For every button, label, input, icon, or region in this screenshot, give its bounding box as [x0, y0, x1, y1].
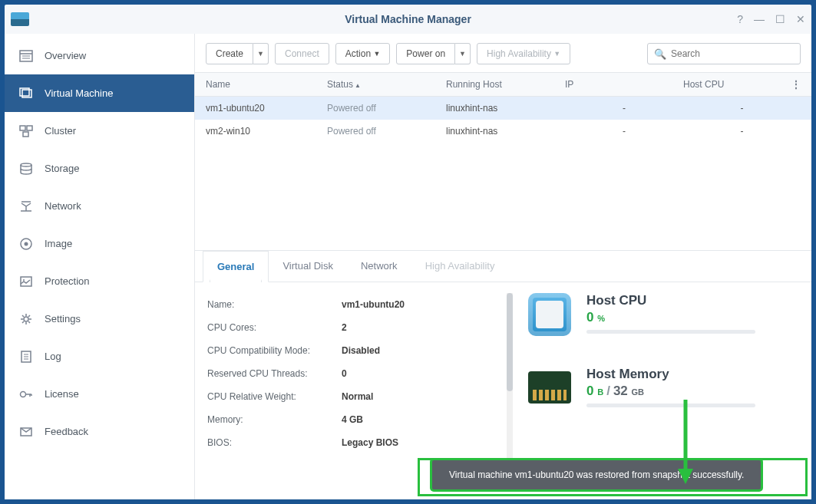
main-panel: Create ▼ Connect Action ▼ Power on ▼ Hig…	[195, 34, 811, 499]
action-button[interactable]: Action ▼	[335, 43, 391, 64]
sidebar-item-label: Network	[45, 200, 81, 212]
vm-icon	[18, 87, 34, 100]
sort-asc-icon: ▲	[355, 82, 361, 89]
gear-icon	[18, 312, 34, 326]
sidebar-item-label: Image	[45, 238, 72, 249]
svg-point-13	[23, 279, 25, 281]
power-on-dropdown-caret[interactable]: ▼	[455, 43, 471, 64]
col-host[interactable]: Running Host	[446, 79, 565, 90]
network-icon	[18, 199, 34, 213]
toolbar: Create ▼ Connect Action ▼ Power on ▼ Hig…	[195, 34, 811, 72]
detail-cores-label: CPU Cores:	[207, 322, 342, 333]
sidebar-item-network[interactable]: Network	[5, 187, 194, 225]
sidebar-item-storage[interactable]: Storage	[5, 150, 194, 187]
sidebar-item-label: Cluster	[45, 125, 76, 137]
sidebar-item-log[interactable]: Log	[5, 338, 194, 375]
sidebar: Overview Virtual Machine Cluster Storage…	[5, 34, 195, 499]
svg-rect-6	[20, 126, 25, 130]
sidebar-item-virtual-machine[interactable]: Virtual Machine	[5, 74, 194, 112]
detail-mem-value: 4 GB	[342, 414, 363, 425]
detail-name-value: vm1-ubuntu20	[342, 299, 405, 310]
detail-mem-label: Memory:	[207, 414, 342, 425]
detail-bios-value: Legacy BIOS	[342, 437, 398, 448]
table-row[interactable]: vm2-win10 Powered off linuxhint-nas - -	[195, 120, 811, 143]
stat-mem-bar	[586, 404, 755, 407]
stat-cpu-bar	[586, 330, 755, 334]
overview-icon	[18, 49, 34, 63]
key-icon	[18, 387, 34, 401]
create-button[interactable]: Create	[206, 43, 253, 64]
detail-weight-label: CPU Relative Weight:	[207, 391, 342, 402]
sidebar-item-cluster[interactable]: Cluster	[5, 112, 194, 150]
app-window: Virtual Machine Manager ? — ☐ ✕ Overview…	[5, 5, 811, 499]
svg-rect-12	[21, 277, 31, 286]
detail-compat-label: CPU Compatibility Mode:	[207, 345, 342, 356]
sidebar-item-label: Protection	[45, 275, 90, 287]
col-cpu[interactable]: Host CPU	[683, 79, 787, 90]
sidebar-item-image[interactable]: Image	[5, 225, 194, 262]
connect-button[interactable]: Connect	[275, 43, 329, 64]
window-title: Virtual Machine Manager	[5, 13, 811, 25]
detail-weight-value: Normal	[342, 391, 373, 402]
stat-cpu-value: 0 %	[586, 310, 799, 325]
col-name[interactable]: Name	[206, 79, 327, 90]
detail-cores-value: 2	[342, 322, 347, 333]
search-input[interactable]	[671, 48, 794, 59]
protection-icon	[18, 275, 34, 288]
log-icon	[18, 350, 34, 364]
detail-compat-value: Disabled	[342, 345, 380, 356]
sidebar-item-label: Feedback	[45, 426, 88, 437]
titlebar: Virtual Machine Manager ? — ☐ ✕	[5, 5, 811, 34]
detail-reserved-label: Reserved CPU Threads:	[207, 368, 342, 379]
stat-cpu-title: Host CPU	[586, 293, 799, 308]
col-ip[interactable]: IP	[565, 79, 683, 90]
tab-general[interactable]: General	[203, 251, 269, 282]
table-header: Name Status▲ Running Host IP Host CPU ⋮	[195, 72, 811, 97]
search-icon: 🔍	[654, 48, 666, 60]
toast-notification: Virtual machine vm1-ubuntu20 was restore…	[430, 458, 763, 492]
sidebar-item-license[interactable]: License	[5, 375, 194, 413]
ha-button[interactable]: High Availability ▼	[477, 43, 570, 64]
sidebar-item-label: Log	[45, 351, 61, 362]
sidebar-item-label: License	[45, 388, 79, 400]
col-menu-icon[interactable]: ⋮	[787, 79, 801, 90]
svg-point-9	[21, 163, 31, 166]
svg-point-19	[21, 391, 26, 397]
tab-ha[interactable]: High Availability	[411, 251, 509, 282]
search-box[interactable]: 🔍	[647, 43, 801, 64]
sidebar-item-label: Overview	[45, 50, 86, 61]
svg-rect-8	[23, 132, 28, 137]
detail-reserved-value: 0	[342, 368, 347, 379]
cluster-icon	[18, 124, 34, 138]
sidebar-item-label: Storage	[45, 163, 80, 174]
power-on-button[interactable]: Power on	[396, 43, 455, 64]
col-status[interactable]: Status▲	[327, 79, 446, 90]
detail-name-label: Name:	[207, 299, 342, 310]
table-row[interactable]: vm1-ubuntu20 Powered off linuxhint-nas -…	[195, 97, 811, 120]
sidebar-item-overview[interactable]: Overview	[5, 37, 194, 74]
tab-network[interactable]: Network	[347, 251, 411, 282]
tab-virtual-disk[interactable]: Virtual Disk	[269, 251, 347, 282]
sidebar-item-protection[interactable]: Protection	[5, 262, 194, 300]
sidebar-item-label: Settings	[45, 313, 81, 324]
svg-rect-7	[27, 126, 32, 130]
sidebar-item-feedback[interactable]: Feedback	[5, 413, 194, 450]
image-icon	[18, 237, 34, 251]
detail-bios-label: BIOS:	[207, 437, 342, 448]
stat-mem-value: 0 B/32 GB	[586, 384, 799, 399]
sidebar-item-settings[interactable]: Settings	[5, 300, 194, 338]
svg-point-14	[24, 317, 28, 321]
cpu-icon	[528, 293, 571, 336]
svg-point-11	[25, 242, 28, 245]
storage-icon	[18, 162, 34, 176]
envelope-icon	[18, 425, 34, 439]
create-dropdown-caret[interactable]: ▼	[253, 43, 269, 64]
toast-message: Virtual machine vm1-ubuntu20 was restore…	[449, 469, 744, 480]
stat-mem-title: Host Memory	[586, 367, 799, 382]
sidebar-item-label: Virtual Machine	[45, 87, 113, 99]
memory-icon	[528, 371, 571, 404]
